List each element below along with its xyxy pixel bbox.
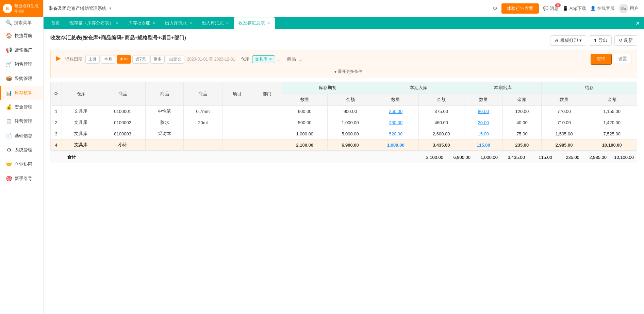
- sidebar-item-label: 采购管理: [15, 76, 32, 82]
- refresh-button[interactable]: ↺ 刷新: [614, 35, 637, 46]
- refresh-icon: ↺: [619, 38, 623, 43]
- total-in-qty: 1,000.00: [470, 155, 498, 160]
- filter-collapse-btn[interactable]: ▶: [56, 54, 61, 62]
- filter-row: ▶ 记账日期 上月 本月 本年 近7天 更多 自定义: [50, 50, 637, 78]
- row3-goods-name: 采访本: [145, 128, 183, 139]
- query-button[interactable]: 查询: [591, 54, 612, 65]
- sidebar-item-inventory[interactable]: 📊 库存核算: [0, 86, 43, 100]
- sidebar-item-search[interactable]: 🔍 搜索菜单: [0, 17, 43, 29]
- date-btn-more[interactable]: 更多: [150, 55, 165, 64]
- row2-out-qty[interactable]: 20.00: [464, 117, 503, 128]
- tab-batch-ledger[interactable]: 库存批次账 ✕: [123, 17, 160, 29]
- date-btn-this-month[interactable]: 本月: [101, 55, 115, 64]
- messages-button[interactable]: 💬 消息 6: [543, 5, 559, 12]
- row2-in-qty[interactable]: 230.00: [373, 117, 418, 128]
- date-btn-custom[interactable]: 自定义: [166, 55, 184, 64]
- sidebar: 6 畅捷通好生意 标准版 🔍 搜索菜单 🏠 快捷导航 📢 营销推广 🛒 销售管理…: [0, 0, 44, 314]
- subtotal-label: 小计: [100, 139, 146, 151]
- refresh-label: 刷新: [624, 37, 633, 44]
- logo-icon: 6: [3, 4, 12, 13]
- sidebar-item-operations[interactable]: 📋 经营管理: [0, 114, 43, 129]
- download-icon: 📱: [563, 6, 568, 11]
- message-icon: 💬: [543, 6, 548, 11]
- subtotal-out-qty[interactable]: 115.00: [464, 139, 503, 151]
- row3-in-amt: 2,600.00: [418, 128, 464, 139]
- main-area: 装备及固定资产辅助管理系统 ▾ ⚙ 体验行业方案 💬 消息 6 📱 App下载 …: [44, 0, 644, 314]
- online-service-button[interactable]: 👤 在线客服: [590, 5, 615, 12]
- footer-total-row: 合计 2,100.00 6,900.00 1,000.00 3,435.00 1…: [50, 151, 637, 163]
- date-range-display: 2023-01-01 至 2023-12-31: [187, 56, 235, 62]
- total-label: 合计: [54, 154, 76, 160]
- total-open-amt: 6,900.00: [443, 155, 470, 160]
- date-btn-this-year[interactable]: 本年: [117, 55, 131, 64]
- sidebar-item-quick-nav[interactable]: 🏠 快捷导航: [0, 29, 43, 43]
- row1-in-qty[interactable]: 250.00: [373, 106, 418, 117]
- sidebar-item-label: 销售管理: [15, 61, 32, 67]
- col-open-qty-header: 数量: [282, 94, 328, 106]
- tab-recv-send-summary-close[interactable]: ✕: [267, 21, 270, 26]
- row3-in-qty[interactable]: 520.00: [373, 128, 418, 139]
- tab-inout-flow-close[interactable]: ✕: [189, 21, 192, 26]
- date-filter-section: 记账日期 上月 本月 本年 近7天 更多 自定义 2023-01-01 至 20…: [65, 55, 235, 64]
- subtotal-goods-name: [145, 139, 183, 151]
- subtotal-in-qty[interactable]: 1,000.00: [373, 139, 418, 151]
- sidebar-item-basic-info[interactable]: 📄 基础信息: [0, 129, 43, 143]
- col-settings-header[interactable]: ⚙: [51, 82, 62, 106]
- row3-seq: 3: [51, 128, 62, 139]
- data-table: ⚙ 仓库 商品 商品 商品 项目 部门 库存期初 本期入库 本期出库 结存: [50, 82, 637, 151]
- user-menu-button[interactable]: Ea 用户: [619, 4, 639, 13]
- tab-bar-close-button[interactable]: ✕: [634, 19, 641, 28]
- marketing-icon: 📢: [6, 47, 12, 53]
- user-avatar: Ea: [619, 4, 628, 13]
- expand-more-btn[interactable]: ▾ 展开更多条件: [65, 69, 631, 75]
- tab-inout-summary-close[interactable]: ✕: [226, 21, 229, 26]
- system-title: 装备及固定资产辅助管理系统: [49, 5, 106, 12]
- tab-stock-dist-close[interactable]: ✕: [116, 21, 119, 26]
- sidebar-item-enterprise[interactable]: 🤝 企业协同: [0, 157, 43, 171]
- date-btn-last-month[interactable]: 上月: [85, 55, 100, 64]
- sidebar-item-label: 库存核算: [15, 90, 32, 96]
- row3-out-qty[interactable]: 15.00: [464, 128, 503, 139]
- warehouse-tag-text: 文具库: [255, 56, 267, 62]
- tab-batch-ledger-label: 库存批次账: [128, 20, 150, 26]
- row1-out-qty[interactable]: 80.00: [464, 106, 503, 117]
- setting-button[interactable]: 设置: [614, 54, 631, 64]
- row2-open-qty: 500.00: [282, 117, 328, 128]
- page-title: 收发存汇总表(按仓库+商品编码+商品+规格型号+项目+部门): [50, 35, 186, 41]
- sidebar-item-label: 系统管理: [15, 147, 32, 153]
- row3-open-qty: 1,000.00: [282, 128, 328, 139]
- sidebar-item-sales[interactable]: 🛒 销售管理: [0, 57, 43, 71]
- tab-batch-ledger-close[interactable]: ✕: [152, 21, 155, 26]
- sidebar-item-purchase[interactable]: 📦 采购管理: [0, 71, 43, 86]
- sidebar-item-marketing[interactable]: 📢 营销推广: [0, 43, 43, 57]
- warehouse-more-btn[interactable]: ...: [278, 57, 282, 62]
- sidebar-item-label: 企业协同: [15, 161, 32, 167]
- tab-home[interactable]: 首页: [46, 17, 65, 29]
- export-button[interactable]: ⬆ 导出: [589, 35, 612, 46]
- sidebar-item-label: 搜索菜单: [14, 20, 32, 26]
- total-out-amt: 235.00: [552, 155, 579, 160]
- subtotal-in-amt: 3,435.00: [418, 139, 464, 151]
- app-download-button[interactable]: 📱 App下载: [563, 5, 586, 12]
- template-print-button[interactable]: 🖨 模板打印 ▾: [550, 35, 586, 46]
- tab-inout-flow[interactable]: 出入库流水 ✕: [160, 17, 197, 29]
- tab-recv-send-summary[interactable]: 收发存汇总表 ✕: [234, 17, 275, 29]
- sidebar-item-finance[interactable]: 💰 资金管理: [0, 100, 43, 114]
- col-out-header: 本期出库: [464, 82, 541, 94]
- tab-inout-flow-label: 出入库流水: [165, 20, 187, 26]
- content-area: 收发存汇总表(按仓库+商品编码+商品+规格型号+项目+部门) 🖨 模板打印 ▾ …: [44, 29, 644, 314]
- gear-btn[interactable]: ⚙: [493, 5, 497, 12]
- logo-sub: 标准版: [14, 9, 39, 14]
- col-open-amt-header: 金额: [328, 94, 373, 106]
- tab-stock-dist[interactable]: 现存量（库存分布表） ✕: [65, 17, 123, 29]
- sidebar-item-system[interactable]: ⚙ 系统管理: [0, 143, 43, 157]
- goods-more-btn[interactable]: ...: [299, 57, 302, 62]
- date-btn-7days[interactable]: 近7天: [132, 55, 149, 64]
- tab-inout-summary[interactable]: 出入库汇总 ✕: [197, 17, 234, 29]
- sidebar-item-guide[interactable]: 🎯 新手引导: [0, 171, 43, 186]
- row2-project: [222, 117, 252, 128]
- sidebar-item-label: 经营管理: [15, 118, 32, 125]
- sales-icon: 🛒: [6, 61, 12, 67]
- warehouse-tag-close[interactable]: ✕: [269, 57, 272, 62]
- try-industry-button[interactable]: 体验行业方案: [501, 3, 539, 14]
